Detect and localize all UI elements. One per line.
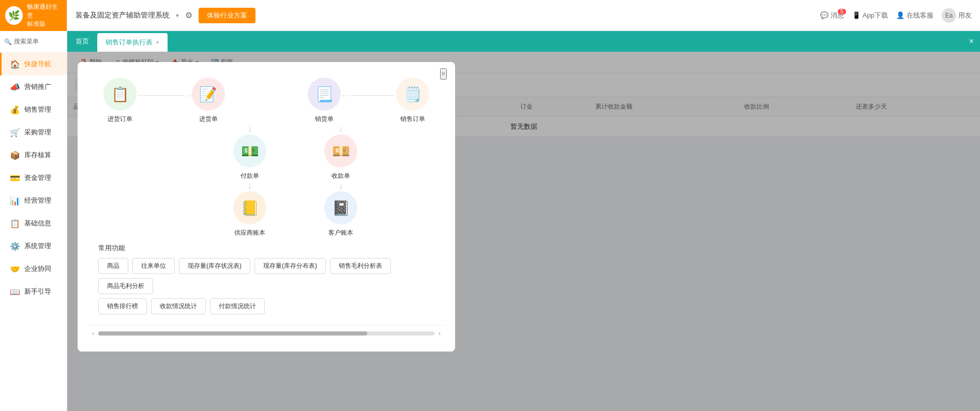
- sidebar-logo: 🌿 畅康通好生意 标准版: [0, 0, 67, 31]
- sidebar-nav: 🏠 快捷导航 📣 营销推广 💰 销售管理 🛒 采购管理 📦 库存核算 💳: [0, 53, 67, 411]
- home-icon: 🏠: [10, 59, 20, 69]
- flow-customer-ledger[interactable]: 📓 客户账本: [324, 191, 357, 237]
- sidebar-item-sales[interactable]: 💰 销售管理: [0, 98, 67, 121]
- search-menu-button[interactable]: 🔍 搜索菜单: [4, 35, 63, 48]
- flow-row-2-arrows: ↓ ↓: [98, 124, 434, 134]
- flow-diagram: 📋 进货订单 → 📝 进货单: [88, 72, 445, 237]
- tabs-close-all-btn[interactable]: ×: [963, 37, 980, 46]
- service-icon: 👤: [896, 11, 904, 19]
- sidebar-item-quick-nav[interactable]: 🏠 快捷导航: [0, 53, 67, 75]
- down-arrow-purchase: ↓: [233, 124, 266, 134]
- exp-btn[interactable]: 体验行业方案: [199, 8, 255, 23]
- flow-row-4-arrows: ↓ ↓: [98, 180, 434, 191]
- common-functions: 常用功能 商品 往来单位 现存量(库存状况表) 现存量(库存分布表) 销售毛利分…: [88, 237, 445, 325]
- logo-text: 畅康通好生意 标准版: [27, 3, 62, 28]
- func-btn-receipt-stats[interactable]: 收款情况统计: [151, 298, 206, 314]
- scroll-track[interactable]: [98, 331, 434, 336]
- func-btn-payment-stats[interactable]: 付款情况统计: [210, 298, 265, 314]
- operation-icon: 📊: [10, 195, 20, 206]
- tab-bar: 首页 销售订单执行表 × ×: [67, 31, 980, 52]
- flow-sales-order[interactable]: 🗒️ 销售订单: [396, 78, 429, 124]
- sidebar-item-basic[interactable]: 📋 基础信息: [0, 212, 67, 235]
- page-content: ❓ 帮助 🖨 按模板打印 ▾ 📤 导出 ▾ 🔄 刷新: [67, 52, 980, 411]
- flow-purchase[interactable]: 📝 进货单: [192, 78, 225, 124]
- sales-icon: 💰: [10, 104, 20, 115]
- newbie-icon: 📖: [10, 286, 20, 297]
- scroll-thumb: [98, 331, 367, 336]
- common-funcs-title: 常用功能: [98, 243, 434, 253]
- corp-icon: 🤝: [10, 264, 20, 274]
- flow-payment[interactable]: 💵 付款单: [233, 134, 266, 180]
- app-download-btn[interactable]: 📱 App下载: [852, 11, 888, 20]
- flow-purchase-order[interactable]: 📋 进货订单: [103, 78, 137, 124]
- receipt-circle: 💴: [324, 134, 357, 168]
- sidebar-item-finance[interactable]: 💳 资金管理: [0, 166, 67, 189]
- func-row-1: 商品 往来单位 现存量(库存状况表) 现存量(库存分布表) 销售毛利分析表 商品…: [98, 258, 434, 294]
- basic-icon: 📋: [10, 218, 20, 229]
- purchase-circle: 📝: [192, 78, 225, 111]
- customer-ledger-circle: 📓: [324, 191, 357, 224]
- sidebar-item-system[interactable]: ⚙️ 系统管理: [0, 235, 67, 257]
- down-arrow-receipt: ↓: [324, 180, 357, 191]
- flow-sales[interactable]: 📃 销货单: [308, 78, 341, 124]
- marketing-icon: 📣: [10, 82, 20, 92]
- tab-sales-order[interactable]: 销售订单执行表 ×: [97, 33, 168, 52]
- flow-row-3: 💵 付款单 💴 收款单: [98, 134, 434, 180]
- scroll-right-icon[interactable]: ›: [439, 329, 441, 337]
- func-btn-goods-margin[interactable]: 商品毛利分析: [98, 278, 153, 294]
- sidebar-search-area: 🔍 搜索菜单: [0, 31, 67, 53]
- flow-supplier-ledger[interactable]: 📒 供应商账本: [233, 191, 266, 237]
- sales-circle: 📃: [308, 78, 341, 111]
- func-btn-partners[interactable]: 往来单位: [132, 258, 175, 274]
- scroll-left-icon[interactable]: ‹: [92, 329, 94, 337]
- down-arrow-payment: ↓: [233, 180, 266, 191]
- online-service-btn[interactable]: 👤 在线客服: [896, 11, 933, 20]
- inventory-icon: 📦: [10, 150, 20, 160]
- finance-icon: 💳: [10, 173, 20, 183]
- flow-receipt[interactable]: 💴 收款单: [324, 134, 357, 180]
- func-btn-goods[interactable]: 商品: [98, 258, 128, 274]
- sidebar-item-corp[interactable]: 🤝 企业协同: [0, 257, 67, 280]
- func-row-2: 销售排行榜 收款情况统计 付款情况统计: [98, 298, 434, 314]
- flow-row-5: 📒 供应商账本 📓 客户账本: [98, 191, 434, 237]
- purchase-icon: 🛒: [10, 127, 20, 138]
- logo-icon: 🌿: [5, 6, 23, 25]
- tab-home[interactable]: 首页: [67, 31, 97, 52]
- payment-circle: 💵: [233, 134, 266, 168]
- flow-row-1: 📋 进货订单 → 📝 进货单: [98, 78, 434, 124]
- modal-scrollbar[interactable]: ‹ ›: [88, 325, 445, 341]
- modal-close-btn[interactable]: ×: [440, 68, 447, 80]
- sidebar-item-marketing[interactable]: 📣 营销推广: [0, 75, 67, 98]
- main-area: 装备及固定资产辅助管理系统 ▾ ⚙ 体验行业方案 💬 消息 5 📱 App下载 …: [67, 0, 980, 411]
- sales-order-circle: 🗒️: [396, 78, 429, 111]
- sidebar: 🌿 畅康通好生意 标准版 🔍 搜索菜单 🏠 快捷导航 📣 营销推广: [0, 0, 67, 411]
- supplier-ledger-circle: 📒: [233, 191, 266, 224]
- sidebar-item-purchase[interactable]: 🛒 采购管理: [0, 121, 67, 144]
- message-badge: 5: [838, 9, 846, 14]
- message-icon: 💬: [820, 11, 828, 19]
- func-btn-stock-status[interactable]: 现存量(库存状况表): [179, 258, 250, 274]
- dropdown-icon[interactable]: ▾: [176, 12, 179, 19]
- user-menu[interactable]: Ea 用友: [942, 8, 972, 23]
- down-arrow-sales: ↓: [324, 124, 357, 134]
- purchase-order-circle: 📋: [103, 78, 137, 111]
- quick-nav-modal: × 📋 进货订单 →: [78, 62, 455, 352]
- sidebar-item-newbie[interactable]: 📖 新手引导: [0, 280, 67, 303]
- sidebar-item-inventory[interactable]: 📦 库存核算: [0, 144, 67, 166]
- func-btn-sales-rank[interactable]: 销售排行榜: [98, 298, 147, 314]
- avatar: Ea: [942, 8, 956, 23]
- modal-overlay: × 📋 进货订单 →: [67, 52, 980, 411]
- tab-close-icon[interactable]: ×: [156, 39, 159, 46]
- message-btn[interactable]: 💬 消息 5: [820, 11, 844, 20]
- arrow-left-1: ←: [341, 92, 396, 99]
- search-icon: 🔍: [4, 38, 12, 45]
- func-btn-sales-margin[interactable]: 销售毛利分析表: [330, 258, 391, 274]
- sidebar-item-operation[interactable]: 📊 经营管理: [0, 189, 67, 212]
- arrow-right-1: →: [137, 92, 192, 99]
- download-icon: 📱: [852, 11, 861, 19]
- settings-icon[interactable]: ⚙: [185, 10, 192, 20]
- topbar-right: 💬 消息 5 📱 App下载 👤 在线客服 Ea 用友: [820, 8, 972, 23]
- topbar: 装备及固定资产辅助管理系统 ▾ ⚙ 体验行业方案 💬 消息 5 📱 App下载 …: [67, 0, 980, 31]
- system-title: 装备及固定资产辅助管理系统: [76, 11, 170, 20]
- func-btn-stock-dist[interactable]: 现存量(库存分布表): [254, 258, 326, 274]
